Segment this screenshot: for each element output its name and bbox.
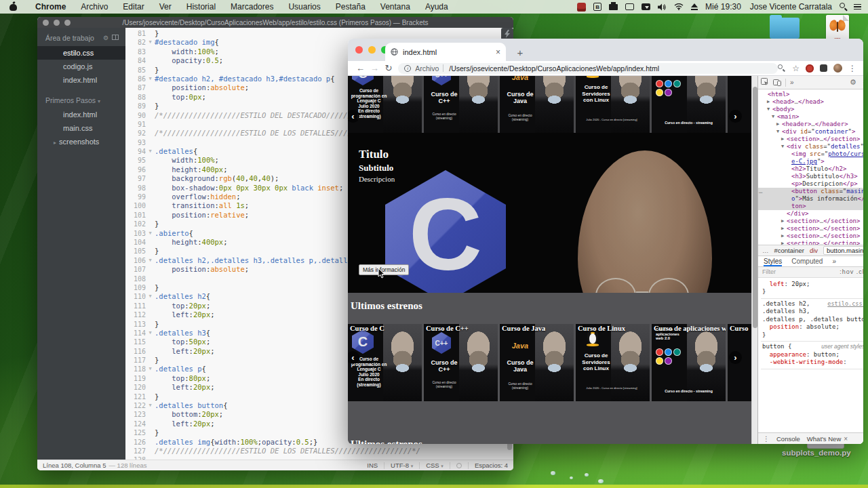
devtools-menu-icon[interactable]: ⋮ [861, 79, 863, 86]
menu-item-usuarios[interactable]: Usuarios [281, 0, 328, 14]
menu-item-marcadores[interactable]: Marcadores [223, 0, 281, 14]
devtools-tab-computed[interactable]: Computed [791, 258, 823, 265]
reload-button[interactable]: ↻ [382, 63, 396, 73]
dom-tree-node[interactable]: ▶<section>…</section> [758, 136, 863, 143]
menu-item-ventana[interactable]: Ventana [373, 0, 418, 14]
dom-tree-node[interactable]: …<button class="masinfo">Más información… [758, 188, 863, 210]
carousel-next-button[interactable]: › [729, 110, 742, 123]
console-tab[interactable]: Console [776, 435, 800, 443]
input-b-icon[interactable]: B [593, 3, 601, 11]
extension-icon-red[interactable] [806, 64, 814, 73]
menu-item-pestaña[interactable]: Pestaña [328, 0, 373, 14]
menu-item-editar[interactable]: Editar [115, 0, 151, 14]
menu-item-historial[interactable]: Historial [179, 0, 223, 14]
new-tab-button[interactable]: + [513, 47, 527, 58]
project-selector[interactable]: Primeros Pasos ▾ [37, 87, 125, 108]
styles-filter[interactable]: Filter :hov .cls + [758, 267, 863, 278]
window-controls[interactable] [355, 46, 389, 54]
sidebar-file-estilo.css[interactable]: estilo.css [37, 46, 125, 60]
course-card-c[interactable]: Curso de CCCurso deprogramación enLengua… [348, 76, 422, 133]
notification-center-icon[interactable] [854, 2, 861, 12]
spotlight-search-icon[interactable] [840, 3, 848, 11]
printer-icon[interactable] [609, 4, 618, 10]
bookmark-star-icon[interactable]: ☆ [792, 64, 800, 73]
display-icon[interactable] [625, 3, 634, 10]
extension-icon-dark[interactable] [820, 64, 827, 72]
course-card-cpp[interactable]: Curso de C++C++Curso deC++Curso en direc… [424, 324, 498, 401]
dom-tree-node[interactable]: <img src="photo/curso-de-C.jpg"> [758, 150, 863, 165]
devtools-tab-styles[interactable]: Styles [764, 256, 782, 266]
course-card-java[interactable]: Curso de JavaJavaCurso deJavaCurso en di… [500, 324, 574, 401]
course-card-cpp[interactable]: Curso de C++C++Curso deC++Curso en direc… [424, 76, 498, 133]
dom-tree-node[interactable]: ▶<section>…</section> [758, 218, 863, 225]
breadcrumb-item[interactable]: div [810, 247, 818, 254]
dom-tree-node[interactable]: ▶<head>…</head> [758, 98, 863, 106]
menu-clock[interactable]: Mié 19:30 [704, 2, 743, 12]
carousel-next-button[interactable]: › [729, 351, 742, 364]
inspect-element-icon[interactable] [761, 77, 769, 89]
sidebar-folder-screenshots[interactable]: ▸screenshots [37, 135, 125, 150]
forward-button[interactable]: → [368, 63, 382, 73]
style-rule[interactable]: estilo.css:106.detalles h2,.detalles h3,… [761, 299, 863, 342]
volume-icon[interactable] [658, 2, 667, 12]
dom-tree-node[interactable]: ▶<section>…</section> [758, 232, 863, 240]
language-selector[interactable]: CSS ▾ [426, 462, 443, 469]
profile-avatar[interactable] [833, 64, 842, 73]
split-view-icon[interactable] [112, 35, 119, 40]
course-card-java[interactable]: Curso de JavaJavaCurso deJavaCurso en di… [500, 76, 574, 133]
desktop-file-label[interactable]: subplots_demo.py [782, 449, 851, 457]
address-bar[interactable]: i Archivo /Users/josevicente/Desktop/Cur… [398, 63, 778, 74]
dom-tree-node[interactable]: ▶<section>…</section> [758, 225, 863, 232]
style-rule[interactable]: left: 20px;} [761, 279, 863, 299]
course-card-partial[interactable]: Curso [728, 76, 751, 133]
dom-tree-node[interactable]: ▼<body> [758, 106, 863, 113]
gear-icon[interactable]: ⚙ [103, 35, 108, 41]
style-source-link[interactable]: estilo.css:106 [827, 300, 863, 308]
course-card-c[interactable]: Curso de CCCurso deprogramación enLengua… [348, 324, 422, 401]
project-file-main.css[interactable]: main.css [37, 121, 125, 135]
course-card-linux[interactable]: Curso de LinuxCurso deServidorescon Linu… [576, 76, 650, 133]
menu-item-ver[interactable]: Ver [152, 0, 179, 14]
style-rule[interactable]: user agent stylesheetbutton { appearance… [761, 342, 863, 369]
page-info-icon[interactable]: i [404, 65, 411, 72]
dom-tree-node[interactable]: </div> [758, 210, 863, 218]
filter-toggles[interactable]: :hov .cls + [840, 268, 863, 275]
menu-item-ayuda[interactable]: Ayuda [418, 0, 456, 14]
devtools-breadcrumb[interactable]: …#containerdivbutton.masinfo [758, 245, 863, 256]
code-line-127[interactable]: 127/*//////////////////ESTILO DE LOS DET… [125, 447, 513, 455]
course-card-linux[interactable]: Curso de LinuxCurso deServidorescon Linu… [576, 324, 650, 401]
dom-tree[interactable]: <html>▶<head>…</head>▼<body>▼<main>▶<hea… [758, 89, 863, 245]
dom-tree-node[interactable]: <h3>Subtitulo</h3> [758, 173, 863, 180]
breadcrumb-item[interactable]: #container [774, 247, 804, 254]
tab-close-icon[interactable]: × [496, 47, 500, 57]
apple-menu-icon[interactable] [9, 3, 17, 11]
dom-tree-node[interactable]: ▶<section>…</section> [758, 240, 863, 245]
desktop-folder-icon[interactable] [770, 18, 800, 39]
dom-tree-node[interactable]: ▼<main> [758, 113, 863, 121]
recording-app-icon[interactable] [577, 3, 586, 12]
dom-tree-node[interactable]: ▶<header>…</header> [758, 121, 863, 128]
insert-mode[interactable]: INS [367, 462, 378, 469]
dom-tree-node[interactable]: ▼<div class="detalles"> [758, 143, 863, 150]
eject-icon[interactable] [691, 2, 698, 12]
breadcrumb-overflow[interactable]: … [762, 247, 769, 254]
course-card-web[interactable]: Curso de aplicaciones webCurso deaplicac… [652, 324, 726, 401]
indent-setting[interactable]: Espacios: 4 [475, 462, 508, 469]
dom-tree-node[interactable]: <p>Descripcion</p> [758, 180, 863, 188]
devtools-tab-[interactable]: » [832, 258, 836, 265]
menu-item-archivo[interactable]: Archivo [73, 0, 115, 14]
dom-tree-node[interactable]: <h2>Titulo</h2> [758, 165, 863, 173]
close-icon[interactable]: × [844, 435, 848, 443]
page-scrollbar[interactable] [751, 76, 757, 444]
sidebar-file-index.html[interactable]: index.html [37, 73, 125, 87]
dom-tree-node[interactable]: <html> [758, 91, 863, 98]
browser-tab[interactable]: index.html × [385, 43, 506, 61]
chrome-menu-icon[interactable]: ⋮ [848, 64, 856, 73]
code-line-128[interactable]: 128 [125, 455, 513, 460]
keyboard-icon[interactable] [642, 3, 650, 10]
devtools-settings-icon[interactable]: ⚙ [850, 78, 856, 87]
project-file-index.html[interactable]: index.html [37, 108, 125, 121]
zoom-icon[interactable] [778, 64, 786, 73]
drawer-menu-icon[interactable]: ⋮ [763, 435, 770, 443]
breadcrumb-selected[interactable]: button.masinfo [823, 246, 863, 255]
